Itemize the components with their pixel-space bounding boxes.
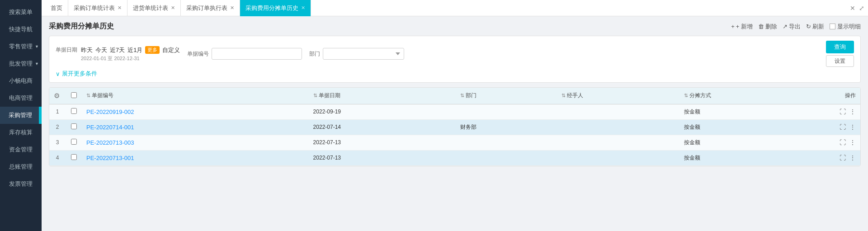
sidebar: 搜索菜单 快捷导航 零售管理 ▼ 批发管理 ▼ 小畅电商 电商管理 采购管理 库… — [0, 0, 42, 231]
table-header-row: ⚙ 单据编号 单据日期 部门 经手人 分摊方式 操作 — [49, 88, 860, 104]
shortcut-today[interactable]: 今天 — [95, 46, 107, 54]
sidebar-item-inventory[interactable]: 库存核算 — [0, 124, 42, 141]
expand-more-btn[interactable]: ∨ 展开更多条件 — [56, 70, 854, 78]
add-button[interactable]: + + 新增 — [731, 23, 753, 31]
shortcut-1month[interactable]: 近1月 — [127, 46, 142, 54]
row-date: 2022-07-13 — [309, 135, 456, 150]
row-number: 4 — [49, 150, 66, 165]
close-icon[interactable]: ✕ — [230, 5, 234, 11]
date-range-display: 2022-01-01 至 2022-12-31 — [81, 55, 180, 62]
date-shortcuts: 昨天 今天 近7天 近1月 更多 自定义 — [81, 46, 180, 54]
sidebar-item-invoice[interactable]: 发票管理 — [0, 175, 42, 193]
refresh-icon: ↻ — [806, 23, 811, 30]
th-settings[interactable]: ⚙ — [49, 88, 66, 104]
th-date[interactable]: 单据日期 — [309, 88, 456, 104]
row-actions: ⛶ ⋮ — [824, 119, 860, 135]
row-checkbox-cell[interactable] — [66, 135, 82, 150]
row-checkbox[interactable] — [71, 154, 77, 160]
row-checkbox[interactable] — [71, 139, 77, 145]
chevron-down-icon: ▼ — [35, 44, 39, 49]
row-dept: 财务部 — [456, 119, 557, 135]
row-checkbox-cell[interactable] — [66, 119, 82, 135]
edit-icon[interactable]: ⛶ — [840, 123, 846, 131]
row-number: 1 — [49, 104, 66, 119]
doc-num-link[interactable]: PE-20220714-001 — [86, 124, 134, 131]
row-date: 2022-07-13 — [309, 150, 456, 165]
export-button[interactable]: ↗ 导出 — [783, 23, 801, 31]
sidebar-item-wholesale[interactable]: 批发管理 ▼ — [0, 55, 42, 72]
page-content: 采购费用分摊单历史 + + 新增 🗑 删除 ↗ 导出 ↻ 刷新 — [42, 16, 868, 231]
sidebar-item-ecommerce-small[interactable]: 小畅电商 — [0, 72, 42, 90]
th-handler[interactable]: 经手人 — [557, 88, 680, 104]
th-method[interactable]: 分摊方式 — [679, 88, 824, 104]
row-doc-num[interactable]: PE-20220713-001 — [82, 150, 309, 165]
more-icon[interactable]: ⋮ — [849, 154, 856, 161]
display-checkbox[interactable] — [830, 24, 835, 29]
select-all-checkbox[interactable] — [71, 92, 77, 98]
sidebar-item-finance[interactable]: 资金管理 — [0, 141, 42, 158]
export-icon: ↗ — [783, 23, 788, 30]
edit-icon[interactable]: ⛶ — [840, 108, 846, 115]
refresh-button[interactable]: ↻ 刷新 — [806, 23, 824, 31]
row-checkbox-cell[interactable] — [66, 150, 82, 165]
close-icon[interactable]: ✕ — [301, 5, 305, 11]
row-method: 按金额 — [679, 135, 824, 150]
row-doc-num[interactable]: PE-20220919-002 — [82, 104, 309, 119]
row-number: 2 — [49, 119, 66, 135]
row-doc-num[interactable]: PE-20220714-001 — [82, 119, 309, 135]
more-icon[interactable]: ⋮ — [849, 123, 856, 131]
doc-num-link[interactable]: PE-20220713-001 — [86, 155, 134, 161]
row-checkbox-cell[interactable] — [66, 104, 82, 119]
close-window-icon[interactable]: ✕ — [850, 5, 855, 12]
th-checkbox[interactable] — [66, 88, 82, 104]
tab-purchase-order-stats[interactable]: 采购订单统计表 ✕ — [68, 0, 127, 16]
display-toggle[interactable]: 显示明细 — [830, 23, 861, 31]
row-checkbox[interactable] — [71, 108, 77, 114]
row-actions: ⛶ ⋮ — [824, 135, 860, 150]
row-checkbox[interactable] — [71, 123, 77, 129]
tab-stock-stats[interactable]: 进货单统计表 ✕ — [127, 0, 181, 16]
sidebar-item-quicknav[interactable]: 快捷导航 — [0, 21, 42, 38]
settings-icon[interactable]: ⚙ — [54, 92, 60, 99]
dept-select[interactable]: 财务部 — [323, 48, 404, 60]
tab-purchase-order-exec[interactable]: 采购订单执行表 ✕ — [181, 0, 240, 16]
shortcut-7days[interactable]: 近7天 — [110, 46, 125, 54]
sidebar-item-ledger[interactable]: 总账管理 — [0, 158, 42, 175]
close-icon[interactable]: ✕ — [171, 5, 175, 11]
table-row: 4 PE-20220713-001 2022-07-13 按金额 ⛶ ⋮ — [49, 150, 860, 165]
shortcut-custom[interactable]: 自定义 — [162, 46, 180, 54]
doc-num-label: 单据编号 — [187, 50, 209, 58]
th-doc-num[interactable]: 单据编号 — [82, 88, 309, 104]
row-actions: ⛶ ⋮ — [824, 104, 860, 119]
th-dept[interactable]: 部门 — [456, 88, 557, 104]
close-icon[interactable]: ✕ — [118, 5, 122, 11]
row-date: 2022-07-14 — [309, 119, 456, 135]
chevron-down-icon: ∨ — [56, 71, 60, 77]
row-method: 按金额 — [679, 150, 824, 165]
sidebar-item-search[interactable]: 搜索菜单 — [0, 4, 42, 21]
query-button[interactable]: 查询 — [826, 41, 854, 53]
filter-section: 单据日期 昨天 今天 近7天 近1月 更多 自定义 2022-01-01 至 2… — [49, 36, 861, 83]
tab-purchase-cost-history[interactable]: 采购费用分摊单历史 ✕ — [240, 0, 311, 16]
row-number: 3 — [49, 135, 66, 150]
more-icon[interactable]: ⋮ — [849, 139, 856, 146]
sidebar-item-purchase[interactable]: 采购管理 — [0, 107, 42, 124]
data-table: ⚙ 单据编号 单据日期 部门 经手人 分摊方式 操作 1 — [49, 88, 860, 166]
more-icon[interactable]: ⋮ — [849, 108, 856, 115]
doc-num-link[interactable]: PE-20220713-003 — [86, 139, 134, 146]
doc-num-link[interactable]: PE-20220919-002 — [86, 108, 134, 115]
maximize-window-icon[interactable]: ⤢ — [859, 5, 864, 12]
setting-button[interactable]: 设置 — [826, 55, 854, 67]
doc-num-input[interactable] — [212, 48, 302, 60]
shortcut-yesterday[interactable]: 昨天 — [81, 46, 93, 54]
doc-num-filter: 单据编号 — [187, 48, 302, 60]
delete-button[interactable]: 🗑 删除 — [758, 23, 777, 31]
tab-home[interactable]: 首页 — [45, 0, 68, 16]
edit-icon[interactable]: ⛶ — [840, 139, 846, 146]
sidebar-item-ecommerce[interactable]: 电商管理 — [0, 90, 42, 107]
shortcut-more[interactable]: 更多 — [145, 46, 160, 54]
dept-label: 部门 — [309, 50, 320, 58]
sidebar-item-retail[interactable]: 零售管理 ▼ — [0, 38, 42, 55]
row-doc-num[interactable]: PE-20220713-003 — [82, 135, 309, 150]
edit-icon[interactable]: ⛶ — [840, 154, 846, 161]
